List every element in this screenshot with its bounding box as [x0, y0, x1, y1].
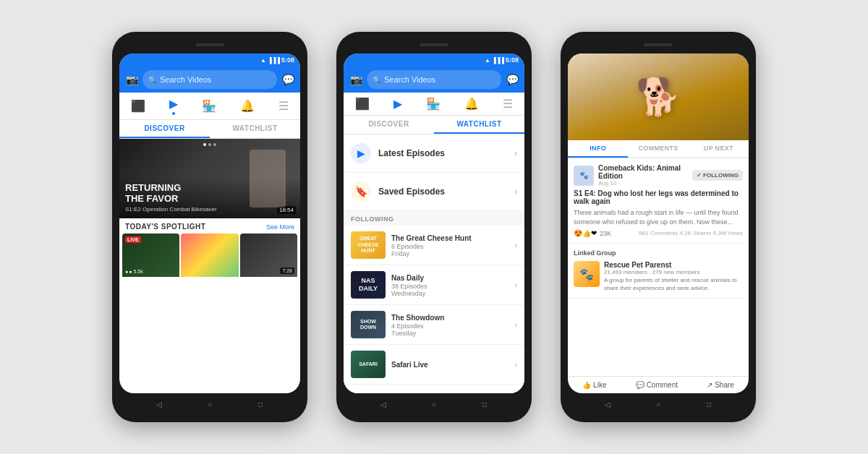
camera-icon-1[interactable]: 📷	[125, 74, 138, 85]
messenger-icon-2[interactable]: 💬	[506, 74, 519, 85]
status-time-1: 5:08	[281, 56, 294, 64]
hero-duration-1: 18:54	[277, 206, 296, 214]
show-item-safari[interactable]: SAFARI Safari Live ›	[344, 345, 524, 385]
hero-dots	[119, 143, 300, 146]
nav-play-2[interactable]: ▶	[393, 97, 402, 111]
nav-shop-1[interactable]: 🏪	[202, 99, 216, 113]
phone-top-bar-2	[344, 39, 524, 51]
show-item-showdown[interactable]: SHOWDOWN The Showdown 4 Episodes Tuesday…	[344, 305, 524, 345]
reaction-count: 23K	[600, 230, 611, 237]
back-btn-2[interactable]: ◁	[378, 398, 389, 410]
search-bar-1[interactable]: 🔍 Search Videos	[142, 70, 277, 89]
reaction-emojis: 😍👍❤	[574, 229, 597, 237]
nav-home-2[interactable]: ⬛	[355, 97, 370, 111]
nav-shop-2[interactable]: 🏪	[426, 97, 441, 111]
tab-watchlist-1[interactable]: WATCHLIST	[210, 120, 300, 138]
latest-episodes-item[interactable]: ▶ Latest Episodes ›	[344, 134, 524, 173]
reaction-stats: 881 Comments 4.2K Shares 6.3M Views	[639, 230, 743, 236]
show-item-cheese[interactable]: GREATCHEESEHUNT The Great Cheese Hunt 6 …	[344, 226, 524, 265]
show-day-cheese: Friday	[391, 250, 514, 257]
nav-menu-2[interactable]: ☰	[503, 97, 513, 111]
phone-3: 🐕 INFO COMMENTS UP NEXT 🐾 Comeback Kids:…	[561, 32, 756, 422]
nav-menu-1[interactable]: ☰	[278, 99, 289, 113]
show-thumb-cheese: GREATCHEESEHUNT	[351, 231, 386, 259]
see-more-1[interactable]: See More	[266, 223, 294, 231]
home-btn-2[interactable]: ○	[428, 398, 440, 410]
saved-episodes-item[interactable]: 🔖 Saved Episodes ›	[344, 173, 524, 211]
nav-bell-1[interactable]: 🔔	[240, 99, 255, 113]
group-info: Rescue Pet Parenst 21,493 members · 279 …	[604, 261, 743, 292]
spotlight-item-1[interactable]: LIVE ● ● 5.5k	[122, 234, 179, 390]
dot-1	[203, 143, 206, 146]
group-members: 21,493 members · 279 new members	[604, 269, 743, 275]
tab-watchlist-2[interactable]: WATCHLIST	[434, 116, 524, 134]
spotlight-item-3[interactable]: 7:28	[240, 234, 297, 390]
recents-btn-1[interactable]: □	[255, 398, 266, 410]
comment-icon: 💬	[636, 381, 644, 389]
show-title-cheese: The Great Cheese Hunt	[391, 234, 514, 243]
nav-icons-1: ⬛ ▶ 🏪 🔔 ☰	[119, 93, 300, 120]
recents-btn-2[interactable]: □	[479, 398, 490, 410]
back-btn-1[interactable]: ◁	[153, 398, 165, 410]
active-dot-1	[172, 112, 175, 115]
show-avatar-3: 🐾	[574, 166, 594, 186]
tab-up-next[interactable]: UP NEXT	[689, 140, 749, 158]
tab-info[interactable]: INFO	[568, 140, 628, 158]
spotlight-header-1: TODAY'S SPOTLIGHT See More	[119, 218, 300, 234]
tab-comments[interactable]: COMMENTS	[628, 140, 688, 158]
latest-chevron: ›	[514, 148, 517, 158]
home-btn-1[interactable]: ○	[204, 398, 216, 410]
like-btn[interactable]: 👍 Like	[582, 381, 606, 389]
viewer-dot: ●	[125, 269, 128, 274]
fb-header-2: 📷 🔍 Search Videos 💬	[344, 67, 524, 93]
live-badge-1: LIVE	[125, 236, 141, 243]
phone-top-bar-1	[119, 39, 300, 51]
video-hero-1[interactable]: RETURNINGTHE FAVOR S1:E2 Operation Comba…	[119, 139, 300, 218]
saved-chevron: ›	[514, 187, 517, 197]
show-episodes-cheese: 6 Episodes	[391, 243, 514, 250]
share-icon: ↗	[707, 381, 712, 389]
showdown-chevron: ›	[514, 320, 517, 329]
tab-discover-1[interactable]: DISCOVER	[119, 120, 210, 138]
share-btn[interactable]: ↗ Share	[707, 381, 734, 389]
tab-bar-1: DISCOVER WATCHLIST	[119, 120, 300, 139]
search-bar-2[interactable]: 🔍 Search Videos	[367, 70, 501, 89]
speaker-3	[644, 43, 673, 46]
group-avatar: 🐾	[574, 261, 600, 287]
hero-bg-1: RETURNINGTHE FAVOR S1:E2 Operation Comba…	[119, 139, 300, 218]
camera-icon-2[interactable]: 📷	[349, 74, 362, 85]
tab-discover-2[interactable]: DISCOVER	[344, 116, 434, 134]
duration-1: 7:28	[280, 267, 294, 274]
show-card-header: 🐾 Comeback Kids: Animal Edition Aug 10 ·…	[574, 164, 743, 187]
nav-play-1[interactable]: ▶	[169, 97, 178, 115]
messenger-icon-1[interactable]: 💬	[281, 74, 294, 85]
show-card-date: Aug 10 ·	[598, 180, 692, 187]
comment-btn[interactable]: 💬 Comment	[636, 381, 678, 389]
show-info-nas: Nas Daily 38 Episodes Wednesday	[391, 273, 514, 297]
episode-desc: These animals had a rough start in life …	[574, 208, 743, 226]
status-icons-1: ▲ ▐▐▐ 5:08	[260, 56, 294, 64]
show-card-name: Comeback Kids: Animal Edition	[598, 164, 692, 180]
recents-btn-3[interactable]: □	[703, 398, 715, 410]
like-label: Like	[593, 381, 606, 389]
hero-overlay-1: RETURNINGTHE FAVOR S1:E2 Operation Comba…	[119, 176, 300, 218]
signal-icon: ▐▐▐	[268, 57, 280, 64]
nav-bell-2[interactable]: 🔔	[464, 97, 479, 111]
like-icon: 👍	[582, 381, 591, 389]
home-btn-3[interactable]: ○	[652, 398, 664, 410]
nav-home-1[interactable]: ⬛	[131, 99, 145, 113]
safari-chevron: ›	[514, 360, 517, 369]
show-thumb-nas: NASDAILY	[351, 271, 386, 299]
section-list-2: ▶ Latest Episodes › 🔖 Saved Episodes › F…	[344, 134, 524, 393]
saved-icon: 🔖	[351, 181, 371, 202]
wifi-icon-2: ▲	[485, 57, 490, 64]
back-btn-3[interactable]: ◁	[602, 398, 613, 410]
following-button[interactable]: ✓ FOLLOWING	[692, 170, 743, 181]
episode-title: S1 E4: Dog who lost her legs was determi…	[574, 189, 743, 205]
latest-icon: ▶	[351, 143, 371, 163]
show-title-safari: Safari Live	[391, 360, 514, 369]
search-icon-2: 🔍	[373, 76, 381, 84]
show-item-nas[interactable]: NASDAILY Nas Daily 38 Episodes Wednesday…	[344, 265, 524, 305]
spotlight-title-1: TODAY'S SPOTLIGHT	[125, 223, 205, 231]
spotlight-item-2[interactable]	[181, 234, 238, 390]
